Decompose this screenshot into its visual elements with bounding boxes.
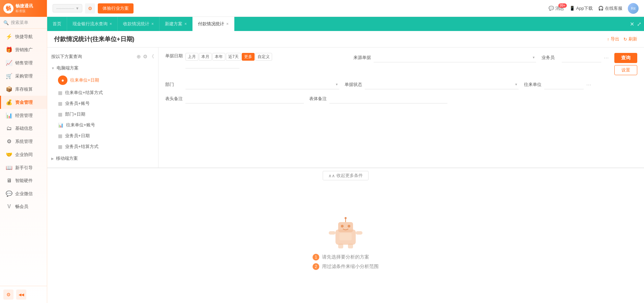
sidebar-item-system[interactable]: ⚙ 系统管理	[0, 135, 47, 148]
sidebar-search[interactable]: 🔍 搜索菜单	[0, 17, 47, 29]
receipt-stats-close-icon[interactable]: ×	[151, 22, 154, 26]
tab-bank-flow[interactable]: 现金银行流水查询 ×	[67, 17, 118, 31]
head-note-input[interactable]	[185, 94, 304, 103]
topbar-settings-icon[interactable]: ⚙	[85, 3, 95, 13]
staff-dots-btn[interactable]: ···	[604, 55, 609, 60]
page-header-actions: ↑ 导出 ↻ 刷新	[607, 36, 638, 42]
filter-field-staff: 业务员 ···	[541, 53, 609, 62]
sidebar-item-marketing[interactable]: 🎁 营销推广	[0, 43, 47, 56]
guide-icon: 📖	[6, 164, 12, 171]
robot-svg	[325, 216, 366, 250]
svg-rect-8	[338, 244, 343, 248]
pc-group-arrow-icon: ▼	[51, 66, 55, 70]
trial-btn[interactable]: 体验行业方案	[98, 3, 134, 13]
scheme-item-dept-date[interactable]: ▦ 部门+日期	[47, 109, 158, 120]
body-note-input[interactable]	[329, 94, 448, 103]
close-all-tabs-icon[interactable]: ✕	[630, 21, 634, 27]
payment-stats-tab-label: 付款情况统计	[198, 21, 224, 27]
scheme-item-staff-settlement[interactable]: ▦ 业务员+结算方式	[47, 141, 158, 152]
partner-input[interactable]	[544, 80, 584, 89]
scheme-item-staff-account[interactable]: ▦ 业务员+账号	[47, 98, 158, 109]
date-btn-custom[interactable]: 自定义	[255, 53, 272, 61]
export-btn[interactable]: ↑ 导出	[607, 36, 620, 42]
refresh-btn[interactable]: ↻ 刷新	[623, 36, 637, 42]
filter-settings-btn[interactable]: 设置	[614, 65, 637, 75]
date-btn-last-month[interactable]: 上月	[185, 53, 198, 61]
hint-text-2: 用过滤条件来缩小分析范围	[322, 264, 379, 270]
collapse-sidebar-btn[interactable]: ◀◀	[16, 290, 26, 300]
scheme-item-partner-date[interactable]: ● 往来单位+日期	[47, 73, 158, 87]
source-select[interactable]: ▾	[374, 53, 536, 62]
scheme-item-partner-account[interactable]: 📊 往来单位+账号	[47, 120, 158, 130]
svg-rect-1	[338, 222, 353, 232]
scheme-item-label: 往来单位+账号	[66, 122, 95, 128]
tab-new-scheme[interactable]: 新建方案 ×	[159, 17, 193, 31]
scheme-chart-icon: 📊	[58, 123, 63, 128]
mobile-group-header[interactable]: ▶ 移动端方案	[47, 153, 158, 163]
dept-select[interactable]: ▾	[185, 80, 339, 89]
company-name-selector[interactable]: ················ ▾	[53, 4, 82, 12]
scheme-item-label: 往来单位+结算方式	[65, 90, 103, 96]
pc-group-header[interactable]: ▼ 电脑端方案	[47, 63, 158, 73]
bank-flow-close-icon[interactable]: ×	[110, 22, 112, 26]
add-scheme-icon[interactable]: ⊕	[137, 54, 141, 60]
staff-input[interactable]	[562, 53, 601, 62]
query-btn[interactable]: 查询	[614, 53, 637, 63]
partner-dots-btn[interactable]: ···	[586, 82, 591, 87]
date-btn-this-month[interactable]: 本月	[199, 53, 212, 61]
sidebar-item-finance[interactable]: 💰 资金管理	[0, 96, 47, 109]
new-scheme-close-icon[interactable]: ×	[184, 22, 187, 26]
sidebar-item-label: 畅会员	[15, 204, 28, 210]
doc-status-select[interactable]: ▾	[365, 80, 519, 89]
doc-status-dropdown-icon: ▾	[515, 82, 517, 87]
sidebar-item-purchase[interactable]: 🛒 采购管理	[0, 69, 47, 83]
sidebar-item-guide[interactable]: 📖 新手引导	[0, 161, 47, 174]
sidebar-item-label: 智能硬件	[15, 178, 33, 184]
pc-group-label: 电脑端方案	[57, 65, 79, 71]
mobile-group-arrow-icon: ▶	[51, 157, 54, 160]
date-btn-7days[interactable]: 近7天	[226, 53, 241, 61]
sidebar-item-wechat[interactable]: 💬 企业微信	[0, 187, 47, 200]
collapse-more-btn[interactable]: ∧∧ 收起更多条件	[323, 171, 369, 180]
tabbar: 首页 现金银行流水查询 × 收款情况统计 × 新建方案 × 付款情况统计 × ✕…	[47, 17, 644, 31]
topbar: ················ ▾ ⚙ 体验行业方案 💬 消息 99+ 📱 A…	[47, 0, 644, 17]
collapse-scheme-icon[interactable]: 《	[149, 54, 154, 60]
app-download-btn[interactable]: 📱 App下载	[569, 5, 593, 11]
sidebar-item-hardware[interactable]: 🖥 智能硬件	[0, 174, 47, 187]
payment-stats-close-icon[interactable]: ×	[226, 22, 229, 26]
svg-point-2	[341, 225, 344, 228]
maximize-icon[interactable]: ⤢	[637, 21, 641, 27]
online-service-btn[interactable]: 🎧 在线客服	[598, 5, 622, 11]
sidebar-item-sales[interactable]: 📈 销售管理	[0, 56, 47, 69]
bank-flow-tab-label: 现金银行流水查询	[72, 21, 108, 27]
sidebar-item-basic[interactable]: 🗂 基础信息	[0, 122, 47, 135]
user-avatar[interactable]: Rit	[628, 3, 639, 14]
app-icon: 📱	[569, 6, 575, 11]
hint-num-1: 1	[313, 254, 319, 261]
tab-payment-stats[interactable]: 付款情况统计 ×	[193, 17, 234, 31]
sidebar-item-quick-nav[interactable]: ⚡ 快捷导航	[0, 30, 47, 43]
sidebar-logo: 畅 畅捷通讯 标准版	[0, 0, 47, 17]
refresh-label: 刷新	[628, 36, 637, 42]
date-btn-more[interactable]: 更多	[242, 53, 255, 61]
settings-bottom-icon[interactable]: ⚙	[3, 290, 13, 300]
home-tab-label: 首页	[53, 21, 61, 27]
sidebar-item-enterprise[interactable]: 🤝 企业协同	[0, 148, 47, 161]
filter-row-2: 部门 ▾ 单据状态 ▾ 往来单位	[165, 80, 637, 89]
scheme-settings-icon[interactable]: ⚙	[143, 54, 147, 60]
svg-point-5	[345, 217, 347, 219]
tab-receipt-stats[interactable]: 收款情况统计 ×	[118, 17, 159, 31]
scheme-item-label: 业务员+日期	[65, 133, 90, 139]
service-label: 在线客服	[605, 5, 622, 11]
tab-home[interactable]: 首页	[47, 17, 67, 31]
scheme-item-staff-date[interactable]: ▦ 业务员+日期	[47, 130, 158, 141]
scheme-item-partner-settlement[interactable]: ▦ 往来单位+结算方式	[47, 87, 158, 98]
date-range-input[interactable]: 2022-01-01 至 2022-12-31	[185, 62, 239, 68]
date-btn-this-year[interactable]: 本年	[212, 53, 225, 61]
sidebar-item-inventory[interactable]: 📦 库存核算	[0, 83, 47, 96]
message-btn[interactable]: 💬 消息 99+	[549, 5, 564, 11]
source-dropdown-icon: ▾	[533, 55, 535, 60]
sidebar-item-member[interactable]: V 畅会员	[0, 200, 47, 213]
sidebar-item-management[interactable]: 📊 经营管理	[0, 109, 47, 122]
filter-actions: 查询 设置	[614, 53, 637, 75]
